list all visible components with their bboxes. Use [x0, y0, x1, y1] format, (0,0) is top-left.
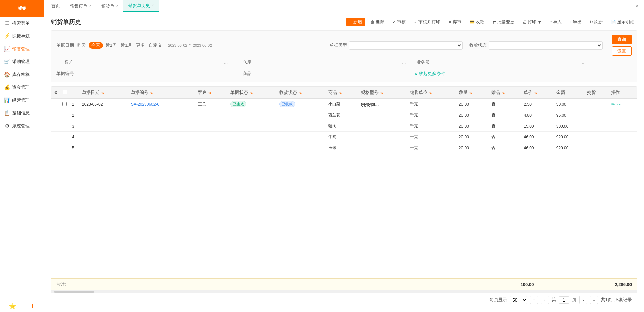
custom-shortcut[interactable]: 自定义: [147, 42, 163, 49]
col-collect-status[interactable]: 收款状态 ⇅: [277, 87, 326, 99]
last1m-shortcut[interactable]: 近1月: [119, 42, 133, 49]
print-button[interactable]: 🖨 打印 ▼: [520, 18, 544, 26]
col-doc-no-sort-icon: ⇅: [150, 91, 153, 95]
tab-sales-delivery-close[interactable]: ×: [116, 4, 118, 8]
row-4-checkbox[interactable]: [60, 142, 70, 153]
customer-dots[interactable]: ...: [224, 60, 228, 65]
sidebar-logo: 标签: [0, 0, 44, 17]
row-2-checkbox[interactable]: [60, 121, 70, 132]
sidebar-item-basic-info[interactable]: 📋 基础信息: [0, 107, 44, 120]
batch-change-button[interactable]: ⇄ 批量变更: [490, 18, 517, 26]
product-input[interactable]: [253, 70, 400, 77]
new-button[interactable]: + 新增: [346, 18, 365, 26]
first-page-button[interactable]: «: [530, 296, 538, 304]
last-page-button[interactable]: »: [590, 296, 598, 304]
row-2-gift: 否: [489, 121, 522, 132]
today-shortcut[interactable]: 今天: [89, 42, 103, 49]
refresh-button[interactable]: ↻ 刷新: [587, 18, 606, 26]
col-settings[interactable]: ⚙: [51, 87, 60, 99]
col-quantity[interactable]: 数量 ⇅: [457, 87, 489, 99]
row-4-actions: [609, 142, 637, 153]
row-2-doc-no[interactable]: [129, 121, 196, 132]
import-button[interactable]: ↑ 导入: [547, 18, 564, 26]
product-dots[interactable]: ...: [402, 71, 406, 76]
customer-input[interactable]: [75, 59, 222, 66]
row-3-amount: 920.00: [554, 132, 585, 142]
sidebar-item-finance-mgmt[interactable]: 💰 资金管理: [0, 81, 44, 94]
sidebar-item-label: 库存核算: [12, 72, 30, 78]
sidebar-item-purchase-mgmt[interactable]: 🛒 采购管理: [0, 55, 44, 68]
sidebar-item-ops-mgmt[interactable]: 📊 经营管理: [0, 94, 44, 107]
tab-sales-delivery[interactable]: 销货单 ×: [96, 0, 123, 12]
row-1-seq: 2: [70, 110, 80, 121]
collapse-button[interactable]: ∧ 收起更多条件: [413, 69, 447, 78]
audit-print-button[interactable]: ✓ 审核并打印: [411, 18, 443, 26]
col-doc-status[interactable]: 单据状态 ⇅: [228, 87, 277, 99]
scrollbar-thumb[interactable]: [54, 291, 94, 293]
row-3-doc-no[interactable]: [129, 132, 196, 142]
row-0-doc-no[interactable]: SA-20230602-0...: [129, 99, 196, 110]
collect-status-select[interactable]: [489, 41, 603, 50]
doc-no-input[interactable]: [76, 70, 150, 77]
tab-sales-order[interactable]: 销售订单 ×: [65, 0, 96, 12]
col-customer[interactable]: 客户 ⇅: [196, 87, 228, 99]
warehouse-dots[interactable]: ...: [402, 60, 406, 65]
collect-button[interactable]: 💳 收款: [467, 18, 487, 26]
tab-sales-order-close[interactable]: ×: [89, 4, 91, 8]
row-0-action-edit[interactable]: ✏: [611, 102, 615, 107]
filter-collect-status-field: 收款状态: [469, 41, 603, 50]
col-checkbox[interactable]: [60, 87, 70, 99]
audit-button[interactable]: ✓ 审核: [390, 18, 409, 26]
row-0-action-more[interactable]: ⋯: [617, 102, 622, 107]
prev-page-button[interactable]: ‹: [541, 296, 549, 304]
sidebar-bottom-star-icon[interactable]: ⭐: [9, 303, 16, 309]
salesperson-dots[interactable]: ...: [580, 60, 584, 65]
row-0-doc-status: 已生效: [228, 99, 277, 110]
last7-shortcut[interactable]: 近1周: [104, 42, 118, 49]
col-doc-no[interactable]: 单据编号 ⇅: [129, 87, 196, 99]
per-page-select[interactable]: 50 20 100: [510, 296, 527, 304]
col-unit-price[interactable]: 单价 ⇅: [522, 87, 554, 99]
col-product[interactable]: 商品 ⇅: [326, 87, 359, 99]
delete-button[interactable]: 🗑 删除: [368, 18, 387, 26]
tab-home[interactable]: 首页: [47, 0, 65, 12]
next-page-button[interactable]: ›: [579, 296, 587, 304]
sidebar-item-search-menu[interactable]: ☰ 搜索菜单: [0, 17, 44, 30]
row-0-gift: 否: [489, 99, 522, 110]
horizontal-scrollbar[interactable]: [51, 290, 637, 293]
yesterday-shortcut[interactable]: 昨天: [76, 42, 87, 49]
sidebar-item-sys-mgmt[interactable]: ⚙ 系统管理: [0, 120, 44, 132]
row-1-checkbox[interactable]: [60, 110, 70, 121]
col-unit[interactable]: 销售单位 ⇅: [408, 87, 457, 99]
filter-settings-button[interactable]: 设置: [612, 46, 632, 56]
doc-type-select[interactable]: [349, 41, 463, 50]
tab-bar-close[interactable]: ×: [633, 3, 641, 9]
query-button[interactable]: 查询: [612, 35, 632, 44]
row-0-checkbox[interactable]: [60, 99, 70, 110]
col-gift-label: 赠品: [491, 90, 500, 95]
show-detail-button[interactable]: 📄 显示明细: [608, 18, 637, 26]
select-all-checkbox[interactable]: [63, 90, 67, 94]
salesperson-input[interactable]: [432, 59, 579, 66]
warehouse-input[interactable]: [253, 59, 400, 66]
col-doc-date[interactable]: 单据日期 ⇅: [80, 87, 129, 99]
row-4-doc-no[interactable]: [129, 142, 196, 153]
table-body: 12023-06-02SA-20230602-0...王总已生效已收款小白菜ty…: [51, 99, 637, 153]
export-button[interactable]: ↓ 导出: [567, 18, 584, 26]
tab-sales-history-close[interactable]: ×: [152, 4, 154, 7]
sidebar-item-label: 系统管理: [12, 123, 30, 129]
row-1-doc-no[interactable]: [129, 110, 196, 121]
page-number-input[interactable]: [559, 296, 569, 304]
row-3-checkbox[interactable]: [60, 132, 70, 142]
sidebar-bottom-pause-icon[interactable]: ⏸: [29, 303, 34, 309]
row-0-checkbox-input[interactable]: [62, 102, 67, 106]
col-spec[interactable]: 规格型号 ⇅: [359, 87, 408, 99]
sidebar-item-inventory-calc[interactable]: 🏠 库存核算: [0, 68, 44, 81]
col-gift[interactable]: 赠品 ⇅: [489, 87, 522, 99]
sidebar-item-quick-nav[interactable]: ⚡ 快捷导航: [0, 30, 44, 43]
more-shortcut[interactable]: 更多: [135, 42, 146, 49]
sidebar-item-sales-mgmt[interactable]: 📈 销售管理: [0, 43, 44, 55]
tab-sales-history[interactable]: 销货单历史 ×: [123, 0, 159, 12]
row-4-doc-date: [80, 142, 129, 153]
abandon-button[interactable]: ✕ 弃审: [446, 18, 464, 26]
